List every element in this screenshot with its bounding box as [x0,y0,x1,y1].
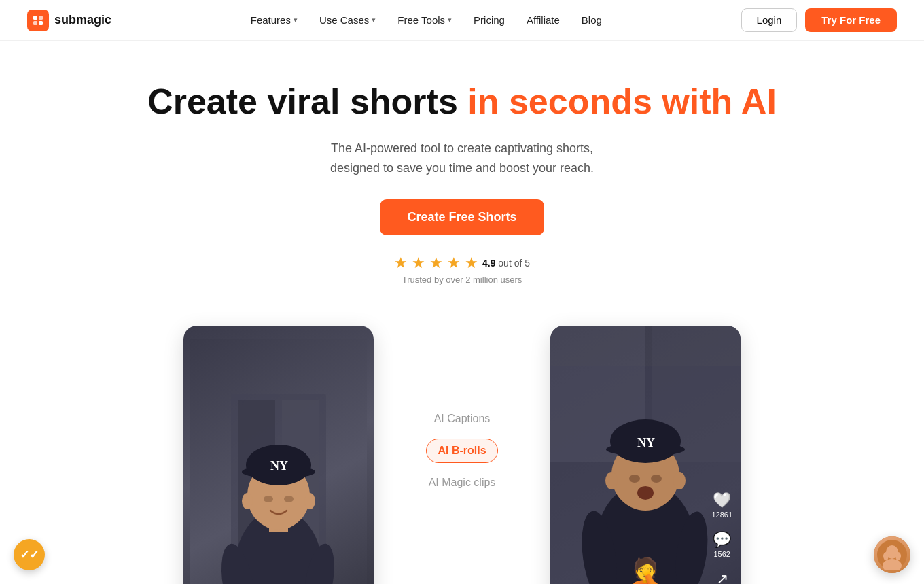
demo-section: NY [54,312,870,584]
star-3: ★ [429,254,443,272]
like-count: 12861 [711,511,732,519]
logo[interactable]: submagic [27,10,111,31]
chat-icon: ✓✓ [20,547,39,562]
like-action[interactable]: 🤍 12861 [711,492,732,519]
heart-icon: 🤍 [713,492,731,509]
hero-title: Create viral shorts in seconds with AI [14,82,910,122]
use-cases-chevron-icon: ▾ [372,16,376,24]
brand-name: submagic [54,13,111,27]
nav-affiliate[interactable]: Affiliate [517,9,569,31]
svg-text:NY: NY [637,436,655,449]
svg-text:NY: NY [270,459,288,473]
feature-ai-captions[interactable]: AI Captions [423,407,501,430]
svg-point-45 [895,552,901,560]
rating-section: ★ ★ ★ ★ ★ 4.9 out of 5 Trusted by over 2… [14,254,910,285]
feature-ai-magic-clips[interactable]: AI Magic clips [418,471,507,494]
nav-blog[interactable]: Blog [572,9,611,31]
navbar: submagic Features ▾ Use Cases ▾ Free Too… [0,0,924,41]
comment-icon: 💬 [713,531,731,549]
free-tools-chevron-icon: ▾ [448,16,452,24]
stars-row: ★ ★ ★ ★ ★ 4.9 out of 5 [394,254,530,272]
share-action[interactable]: ↗ 632 [716,570,728,584]
nav-links: Features ▾ Use Cases ▾ Free Tools ▾ Pric… [241,9,611,31]
svg-point-36 [629,475,640,483]
svg-point-44 [883,552,889,560]
svg-rect-0 [33,16,37,20]
svg-rect-1 [39,16,43,20]
right-phone-card: NY 🤦 YEAH [550,326,741,584]
nav-free-tools[interactable]: Free Tools ▾ [388,9,461,31]
nav-use-cases[interactable]: Use Cases ▾ [310,9,385,31]
star-5: ★ [465,254,478,272]
features-list: AI Captions AI B-rolls AI Magic clips [401,326,523,494]
person-svg-left: NY [190,339,367,584]
hero-section: Create viral shorts in seconds with AI T… [0,41,924,312]
svg-point-40 [673,472,686,489]
star-1: ★ [394,254,408,272]
svg-point-21 [304,493,315,509]
support-avatar[interactable] [874,536,910,573]
comment-action[interactable]: 💬 1562 [713,531,731,558]
svg-rect-3 [39,21,43,25]
chat-widget[interactable]: ✓✓ [14,539,45,570]
svg-point-37 [651,475,662,483]
create-shorts-button[interactable]: Create Free Shorts [380,199,544,235]
nav-actions: Login Try For Free [741,8,897,32]
left-phone-card: NY [183,326,374,584]
share-icon: ↗ [716,570,728,584]
nav-pricing[interactable]: Pricing [464,9,514,31]
login-button[interactable]: Login [741,8,798,32]
logo-icon [27,10,49,31]
rating-score: 4.9 out of 5 [482,258,530,269]
svg-point-18 [264,496,273,502]
left-video: NY [183,326,374,584]
support-avatar-image [874,536,910,573]
star-2: ★ [412,254,425,272]
right-video: NY 🤦 YEAH [550,326,741,584]
svg-rect-2 [33,21,37,25]
hero-subtitle: The AI-powered tool to create captivatin… [14,139,910,178]
feature-ai-brolls[interactable]: AI B-rolls [426,439,497,463]
features-chevron-icon: ▾ [294,16,298,24]
svg-point-38 [637,486,654,500]
nav-features[interactable]: Features ▾ [241,9,307,31]
tiktok-actions: 🤍 12861 💬 1562 ↗ 632 [711,492,732,584]
svg-point-19 [284,496,294,502]
trusted-text: Trusted by over 2 million users [402,275,522,285]
svg-point-39 [605,472,618,489]
comment-count: 1562 [713,550,730,558]
svg-point-20 [242,493,253,509]
try-free-button[interactable]: Try For Free [805,8,897,32]
star-4: ★ [447,254,461,272]
